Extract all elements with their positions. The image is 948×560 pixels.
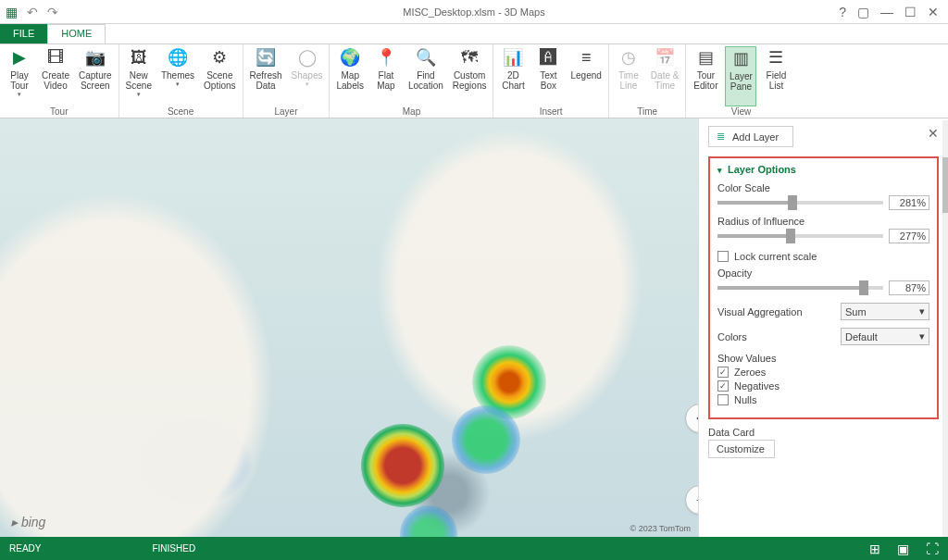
group-insert: 📊2D Chart 🅰Text Box ≡Legend Insert xyxy=(493,44,608,118)
bing-logo: ▸ bing xyxy=(11,515,45,529)
group-label: Map xyxy=(333,106,489,118)
themes-icon: 🌐 xyxy=(168,48,188,68)
chevron-down-icon: ▾ xyxy=(18,91,21,98)
lock-scale-label: Lock current scale xyxy=(734,251,817,262)
layer-pane: ✕ ≣ Add Layer Layer Options Color Scale … xyxy=(698,118,948,537)
group-layer: 🔄Refresh Data ◯Shapes▾ Layer xyxy=(243,44,331,118)
group-label: Time xyxy=(613,106,682,118)
lock-scale-checkbox[interactable] xyxy=(717,251,729,262)
shapes-icon: ◯ xyxy=(297,48,318,68)
colors-label: Colors xyxy=(717,331,747,342)
group-label: View xyxy=(690,106,792,118)
legend-icon: ≡ xyxy=(576,48,596,68)
layer-pane-button[interactable]: ▥Layer Pane xyxy=(725,46,756,106)
map-view[interactable]: ▸ bing © 2023 TomTom ∧ < > ∨ + − xyxy=(0,118,698,537)
show-values-label: Show Values xyxy=(717,353,929,364)
radius-slider[interactable] xyxy=(717,234,883,238)
color-scale-label: Color Scale xyxy=(717,182,929,193)
opacity-label: Opacity xyxy=(717,268,929,279)
themes-button[interactable]: 🌐Themes▾ xyxy=(158,46,197,106)
status-ready: READY xyxy=(9,543,41,554)
clock-icon: ◷ xyxy=(618,48,639,68)
group-label: Scene xyxy=(123,106,239,118)
scrollbar[interactable] xyxy=(942,120,948,537)
section-header[interactable]: Layer Options xyxy=(717,164,929,175)
globe-icon: 🌍 xyxy=(340,48,360,68)
capture-screen-button[interactable]: 📷Capture Screen xyxy=(76,46,115,106)
2d-chart-button[interactable]: 📊2D Chart xyxy=(497,46,529,106)
shapes-button: ◯Shapes▾ xyxy=(289,46,326,106)
color-scale-value[interactable]: 281% xyxy=(889,195,929,210)
group-label: Layer xyxy=(247,106,326,118)
text-box-button[interactable]: 🅰Text Box xyxy=(532,46,564,106)
tour-editor-button[interactable]: ▤Tour Editor xyxy=(690,46,721,106)
textbox-icon: 🅰 xyxy=(538,48,558,68)
radius-label: Radius of Influence xyxy=(717,216,929,227)
aggregation-label: Visual Aggregation xyxy=(717,306,803,317)
window-title: MISC_Desktop.xlsm - 3D Maps xyxy=(0,6,948,18)
field-list-button[interactable]: ☰Field List xyxy=(760,46,792,106)
zeroes-checkbox[interactable]: ✓ xyxy=(717,367,729,378)
tab-bar: FILE HOME xyxy=(0,24,948,44)
chart-icon: 📊 xyxy=(503,48,523,68)
radius-value[interactable]: 277% xyxy=(889,229,929,243)
heatmap-blob xyxy=(452,405,520,474)
list-icon: ☰ xyxy=(766,48,786,68)
colors-dropdown[interactable]: Default▾ xyxy=(841,328,929,345)
play-tour-button[interactable]: ▶Play Tour▾ xyxy=(4,46,35,106)
ribbon: ▶Play Tour▾ 🎞Create Video 📷Capture Scree… xyxy=(0,44,948,118)
scene-options-button[interactable]: ⚙Scene Options xyxy=(201,46,238,106)
add-layer-label: Add Layer xyxy=(732,131,779,143)
chevron-down-icon: ▾ xyxy=(176,81,180,88)
create-video-button[interactable]: 🎞Create Video xyxy=(39,46,72,106)
editor-icon: ▤ xyxy=(695,48,716,68)
status-icon[interactable]: ⛶ xyxy=(926,541,939,556)
calendar-icon: 📅 xyxy=(655,48,675,68)
tab-file[interactable]: FILE xyxy=(0,24,47,44)
status-icon[interactable]: ▣ xyxy=(897,541,909,556)
datetime-button: 📅Date & Time xyxy=(648,46,682,106)
customize-button[interactable]: Customize xyxy=(708,440,775,458)
opacity-slider[interactable] xyxy=(717,286,883,290)
chevron-down-icon: ▾ xyxy=(306,81,309,88)
group-time: ◷Time Line 📅Date & Time Time xyxy=(609,44,687,118)
status-icon[interactable]: ⊞ xyxy=(869,541,880,556)
gear-icon: ⚙ xyxy=(209,48,230,68)
pane-icon: ▥ xyxy=(730,49,751,69)
scrollbar-thumb[interactable] xyxy=(942,157,948,213)
flat-map-button[interactable]: 📍Flat Map xyxy=(370,46,402,106)
region-icon: 🗺 xyxy=(459,48,480,68)
video-icon: 🎞 xyxy=(45,48,66,68)
nulls-checkbox[interactable] xyxy=(717,394,729,405)
new-scene-button[interactable]: 🖼New Scene▾ xyxy=(123,46,155,106)
layer-options-section: Layer Options Color Scale 281% Radius of… xyxy=(708,156,939,419)
timeline-button: ◷Time Line xyxy=(613,46,644,106)
data-card-label: Data Card xyxy=(708,427,939,438)
map-labels-button[interactable]: 🌍Map Labels xyxy=(333,46,366,106)
tab-home[interactable]: HOME xyxy=(47,24,106,44)
aggregation-dropdown[interactable]: Sum▾ xyxy=(841,303,929,320)
group-tour: ▶Play Tour▾ 🎞Create Video 📷Capture Scree… xyxy=(0,44,119,118)
add-layer-button[interactable]: ≣ Add Layer xyxy=(708,126,793,147)
map-attribution: © 2023 TomTom xyxy=(630,524,692,533)
opacity-value[interactable]: 87% xyxy=(889,280,929,295)
zeroes-label: Zeroes xyxy=(734,367,766,378)
group-map: 🌍Map Labels 📍Flat Map 🔍Find Location 🗺Cu… xyxy=(330,44,493,118)
heatmap-blob xyxy=(361,424,444,507)
group-view: ▤Tour Editor ▥Layer Pane ☰Field List Vie… xyxy=(686,44,795,118)
close-pane-icon[interactable]: ✕ xyxy=(928,126,939,141)
group-scene: 🖼New Scene▾ 🌐Themes▾ ⚙Scene Options Scen… xyxy=(119,44,243,118)
chevron-down-icon: ▾ xyxy=(137,91,141,98)
chevron-down-icon: ▾ xyxy=(919,330,925,342)
color-scale-slider[interactable] xyxy=(717,201,883,205)
play-icon: ▶ xyxy=(9,48,30,68)
status-bar: READY FINISHED ⊞ ▣ ⛶ xyxy=(0,537,948,560)
find-location-button[interactable]: 🔍Find Location xyxy=(405,46,446,106)
chevron-down-icon: ▾ xyxy=(919,305,925,317)
map-terrain xyxy=(0,118,698,537)
custom-regions-button[interactable]: 🗺Custom Regions xyxy=(450,46,490,106)
legend-button[interactable]: ≡Legend xyxy=(568,46,604,106)
pin-icon: 📍 xyxy=(376,48,396,68)
refresh-data-button[interactable]: 🔄Refresh Data xyxy=(247,46,285,106)
negatives-checkbox[interactable]: ✓ xyxy=(717,380,729,392)
